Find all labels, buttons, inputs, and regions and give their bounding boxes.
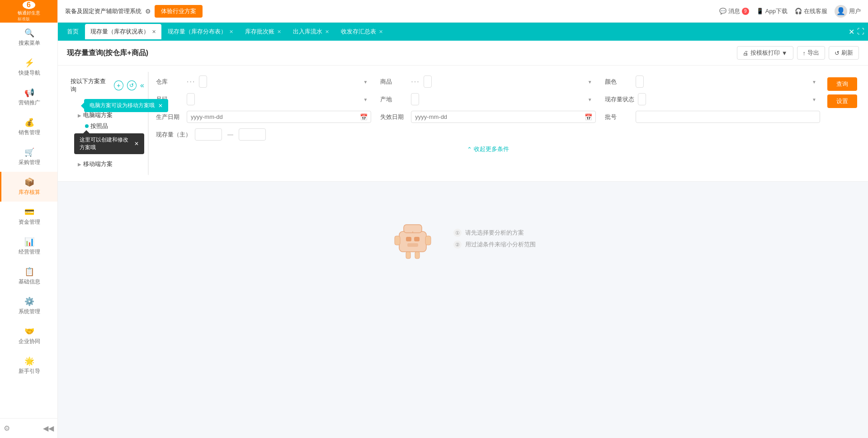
search-reset-group: 查询 设置 <box>827 72 859 175</box>
refresh-button[interactable]: ↺ 刷新 <box>829 46 859 60</box>
production-date-input[interactable] <box>187 111 371 123</box>
sidebar-item-management[interactable]: 📊 经营管理 <box>0 231 57 261</box>
tab-close-icon[interactable]: ✕ <box>379 29 383 35</box>
refresh-plan-button[interactable]: ↺ <box>127 80 137 90</box>
sidebar-item-marketing[interactable]: 📢 营销推广 <box>0 82 57 112</box>
warehouse-dots[interactable]: ··· <box>187 78 195 86</box>
sidebar-item-nav[interactable]: ⚡ 快捷导航 <box>0 52 57 82</box>
size-select[interactable] <box>187 93 195 105</box>
collapse-up-icon: ⌃ <box>467 146 472 153</box>
filter-header: 按以下方案查询 + ↺ « <box>71 77 144 94</box>
goods-dots[interactable]: ··· <box>411 78 420 86</box>
tab-close-icon[interactable]: ✕ <box>229 29 233 35</box>
tabbar: 首页 现存量（库存状况表） ✕ 现存量（库存分布表） ✕ 库存批次账 ✕ 出入库… <box>58 23 868 41</box>
tab-summary[interactable]: 收发存汇总表 ✕ <box>335 24 388 39</box>
messages-item[interactable]: 💬 消息 9 <box>719 7 749 15</box>
card-icon: 💳 <box>24 207 34 217</box>
sidebar-item-basic[interactable]: 📋 基础信息 <box>0 261 57 291</box>
tab-maximize-icon[interactable]: ⛶ <box>857 28 864 36</box>
page-actions: 🖨 按模板打印 ▼ ↑ 导出 ↺ 刷新 <box>737 46 859 60</box>
tab-close-all-icon[interactable]: ✕ <box>849 28 854 36</box>
tooltip2-close[interactable]: ✕ <box>134 141 139 147</box>
tab-batch-account[interactable]: 库存批次账 ✕ <box>240 24 287 39</box>
step-2-num: ② <box>453 240 462 249</box>
plan-tree-panel: 按以下方案查询 + ↺ « 电脑方案可设为移动方案哦 ✕ <box>67 72 148 175</box>
plan-item-by-goods[interactable]: 按照品 <box>81 121 144 132</box>
warehouse-select[interactable] <box>199 75 207 88</box>
print-button[interactable]: 🖨 按模板打印 ▼ <box>737 46 793 60</box>
clipboard-icon: 📋 <box>24 267 34 277</box>
stock-status-select[interactable] <box>638 93 646 105</box>
goods-label: 商品 <box>380 78 407 86</box>
tab-close-icon[interactable]: ✕ <box>277 29 281 35</box>
color-select[interactable] <box>636 75 644 88</box>
settings-icon[interactable]: ⚙ <box>4 424 10 433</box>
logo-text: 畅通好生意 标准版 <box>18 10 40 22</box>
add-plan-button[interactable]: + <box>114 80 123 90</box>
filter-row-warehouse: 仓库 ··· <box>156 75 371 88</box>
empty-step-1: ① 请先选择要分析的方案 <box>453 229 536 237</box>
plan-desktop-label: 电脑端方案 <box>83 111 113 119</box>
expiry-date-calendar-icon[interactable]: 📅 <box>585 113 592 121</box>
goods-select[interactable] <box>424 75 432 88</box>
reset-button[interactable]: 设置 <box>827 94 857 108</box>
sidebar-item-purchase[interactable]: 🛒 采购管理 <box>0 142 57 172</box>
user-avatar[interactable]: 👤 用户 <box>835 5 861 18</box>
tab-inventory-status[interactable]: 现存量（库存状况表） ✕ <box>85 24 161 39</box>
filter-row-stock-status: 现存量状态 <box>605 93 820 105</box>
batch-input[interactable] <box>636 111 820 123</box>
sidebar-item-inventory[interactable]: 📦 库存核算 <box>0 172 57 202</box>
tab-inventory-distribution[interactable]: 现存量（库存分布表） ✕ <box>162 24 239 39</box>
back-plan-button[interactable]: « <box>140 81 144 89</box>
industry-plan-button[interactable]: 体验行业方案 <box>155 5 203 18</box>
content-area: 现存量查询(按仓库+商品) 🖨 按模板打印 ▼ ↑ 导出 ↺ 刷新 <box>58 41 868 438</box>
stock-main-input[interactable] <box>195 128 222 141</box>
app-download-item[interactable]: 📱 App下载 <box>756 7 788 15</box>
online-support-item[interactable]: 🎧 在线客服 <box>795 7 827 15</box>
plan-desktop-children: 按照品 <box>81 121 144 132</box>
sidebar-item-cooperation[interactable]: 🤝 企业协同 <box>0 321 57 351</box>
collapse-icon[interactable]: ◀◀ <box>43 424 54 433</box>
page-title: 现存量查询(按仓库+商品) <box>67 48 148 58</box>
color-select-wrap <box>636 75 820 88</box>
plan-item-mobile[interactable]: ▶ 移动端方案 <box>74 159 144 170</box>
filter-row-goods: 商品 ··· <box>380 75 595 88</box>
sidebar-item-search[interactable]: 🔍 搜索菜单 <box>0 23 57 52</box>
tab-inout-flow[interactable]: 出入库流水 ✕ <box>288 24 335 39</box>
phone-icon: 📱 <box>756 8 764 14</box>
sidebar-item-guide[interactable]: 🌟 新手引导 <box>0 351 57 381</box>
filter-row-production-date: 生产日期 📅 <box>156 111 371 123</box>
production-date-wrap: 📅 <box>187 111 371 123</box>
origin-select[interactable] <box>411 93 419 105</box>
plan-mobile-label: 移动端方案 <box>83 160 113 168</box>
plan-tree: ▶ 电脑端方案 按照品 这里可以创建和修改方案哦 <box>74 110 144 170</box>
sidebar-item-sales[interactable]: 💰 销售管理 <box>0 112 57 142</box>
chart-icon: 📊 <box>24 237 34 247</box>
plan-dot-icon <box>85 124 89 128</box>
export-button[interactable]: ↑ 导出 <box>797 46 826 60</box>
filter-row-size: 尺码 <box>156 93 371 105</box>
svg-rect-2 <box>414 237 420 241</box>
production-date-calendar-icon[interactable]: 📅 <box>360 113 368 121</box>
warehouse-select-wrap <box>199 75 371 88</box>
expiry-date-input[interactable] <box>411 111 595 123</box>
settings-gear-icon[interactable]: ⚙ <box>145 8 151 15</box>
cart-icon: 🛒 <box>24 147 34 157</box>
plan-by-goods-label: 按照品 <box>90 122 108 130</box>
collapse-label: 收起更多条件 <box>474 145 509 153</box>
color-label: 颜色 <box>605 78 632 86</box>
sidebar-item-finance[interactable]: 💳 资金管理 <box>0 202 57 231</box>
empty-illustration <box>390 218 435 263</box>
tab-close-icon[interactable]: ✕ <box>152 29 156 35</box>
collapse-row[interactable]: ⌃ 收起更多条件 <box>156 141 820 155</box>
search-button[interactable]: 查询 <box>827 77 857 91</box>
tooltip1-close[interactable]: ✕ <box>158 103 163 109</box>
step-1-text: 请先选择要分析的方案 <box>465 229 524 237</box>
svg-rect-9 <box>407 243 418 247</box>
topbar-right: 💬 消息 9 📱 App下载 🎧 在线客服 👤 用户 <box>719 5 861 18</box>
tab-close-icon[interactable]: ✕ <box>325 29 329 35</box>
sidebar-item-system[interactable]: ⚙️ 系统管理 <box>0 291 57 321</box>
tooltip-edit: 这里可以创建和修改方案哦 ✕ <box>74 133 144 154</box>
tab-home[interactable]: 首页 <box>61 25 84 38</box>
stock-main-input2[interactable] <box>239 128 266 141</box>
